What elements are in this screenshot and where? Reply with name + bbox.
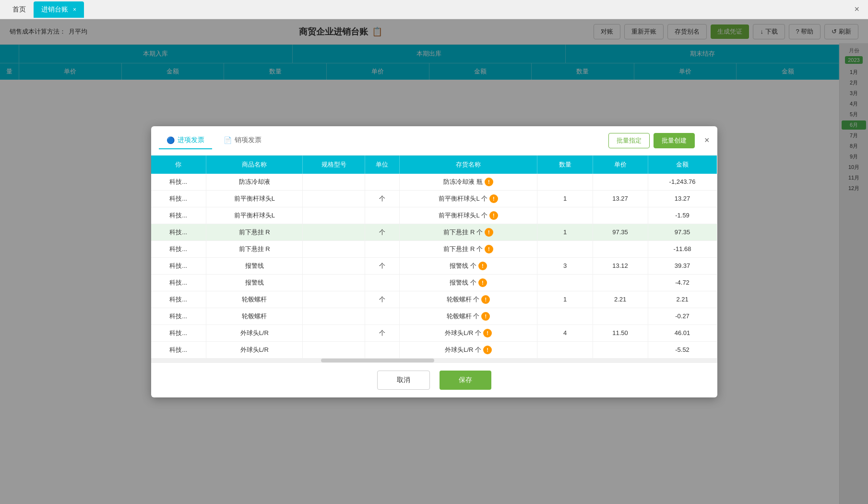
th-stock: 存货名称: [399, 156, 537, 174]
tab-ledger-label: 进销台账: [41, 5, 68, 14]
horizontal-scrollbar[interactable]: [151, 359, 717, 362]
scrollbar-thumb: [321, 359, 434, 362]
warn-icon: !: [489, 194, 498, 203]
table-row: 科技...前平衡杆球头L个前平衡杆球头L 个!113.2713.27: [151, 190, 717, 207]
table-row: 科技...轮毂螺杆轮毂螺杆 个!-0.27: [151, 308, 717, 324]
window-close-button[interactable]: ×: [850, 4, 863, 14]
dialog-overlay: 🔵 进项发票 📄 销项发票 批量指定 批量创建 ×: [0, 19, 868, 504]
tab-home-label: 首页: [12, 5, 26, 13]
purchase-tab-label: 进项发票: [178, 136, 204, 144]
warn-icon: !: [485, 228, 493, 237]
main-content: 销售成本计算方法： 月平均 商贸企业进销台账 📋 对账 重新开账 存货别名 生成…: [0, 19, 868, 504]
warn-icon: !: [478, 278, 487, 287]
dialog-header: 🔵 进项发票 📄 销项发票 批量指定 批量创建 ×: [151, 126, 717, 156]
dialog: 🔵 进项发票 📄 销项发票 批量指定 批量创建 ×: [151, 126, 717, 397]
warn-icon: !: [485, 178, 493, 186]
dialog-footer: 取消 保存: [151, 362, 717, 397]
th-unit: 单位: [365, 156, 399, 174]
sales-tab-icon: 📄: [224, 136, 232, 144]
tab-ledger-close[interactable]: ×: [73, 6, 76, 13]
th-price: 单价: [593, 156, 648, 174]
purchase-tab-icon: 🔵: [166, 136, 175, 144]
table-row: 科技...报警线报警线 个!-4.72: [151, 274, 717, 291]
table-row: 科技...外球头L/R个外球头L/R 个!411.5046.01: [151, 324, 717, 341]
warn-icon: !: [489, 211, 498, 220]
warn-icon: !: [485, 245, 493, 253]
table-row: 科技...前平衡杆球头L前平衡杆球头L 个!-1.59: [151, 207, 717, 224]
th-company: 你: [151, 156, 206, 174]
table-row: 科技...外球头L/R外球头L/R 个!-5.52: [151, 341, 717, 358]
save-button[interactable]: 保存: [440, 371, 491, 390]
sales-tab-label: 销项发票: [235, 136, 262, 144]
dialog-table-wrap[interactable]: 你 商品名称 规格型号 单位 存货名称 数量 单价 金额 科技...防冻冷却液防…: [151, 156, 717, 359]
dialog-table: 你 商品名称 规格型号 单位 存货名称 数量 单价 金额 科技...防冻冷却液防…: [151, 156, 717, 359]
warn-icon: !: [483, 346, 492, 354]
table-row: 科技...报警线个报警线 个!313.1239.37: [151, 257, 717, 274]
th-spec: 规格型号: [303, 156, 365, 174]
table-row: 科技...轮毂螺杆个轮毂螺杆 个!12.212.21: [151, 291, 717, 308]
dialog-top-actions: 批量指定 批量创建: [608, 133, 695, 148]
th-amount: 金额: [648, 156, 717, 174]
warn-icon: !: [478, 262, 487, 270]
tab-ledger[interactable]: 进销台账 ×: [34, 1, 84, 18]
warn-icon: !: [481, 295, 490, 304]
table-row: 科技...前下悬挂 R个前下悬挂 R 个!197.3597.35: [151, 224, 717, 240]
tab-sales-invoice[interactable]: 📄 销项发票: [216, 132, 269, 149]
cancel-button[interactable]: 取消: [377, 371, 430, 390]
table-row: 科技...防冻冷却液防冻冷却液 瓶!-1,243.76: [151, 174, 717, 191]
dialog-close-button[interactable]: ×: [704, 135, 710, 145]
batch-create-button[interactable]: 批量创建: [654, 133, 695, 148]
tab-purchase-invoice[interactable]: 🔵 进项发票: [159, 132, 212, 149]
tab-bar: 首页 进销台账 × ×: [0, 0, 868, 19]
table-header-row: 你 商品名称 规格型号 单位 存货名称 数量 单价 金额: [151, 156, 717, 174]
warn-icon: !: [483, 329, 492, 337]
th-product: 商品名称: [206, 156, 303, 174]
table-row: 科技...前下悬挂 R前下悬挂 R 个!-11.68: [151, 240, 717, 257]
th-qty: 数量: [537, 156, 593, 174]
batch-assign-button[interactable]: 批量指定: [608, 133, 650, 148]
warn-icon: !: [481, 312, 490, 321]
tab-home[interactable]: 首页: [5, 1, 34, 18]
